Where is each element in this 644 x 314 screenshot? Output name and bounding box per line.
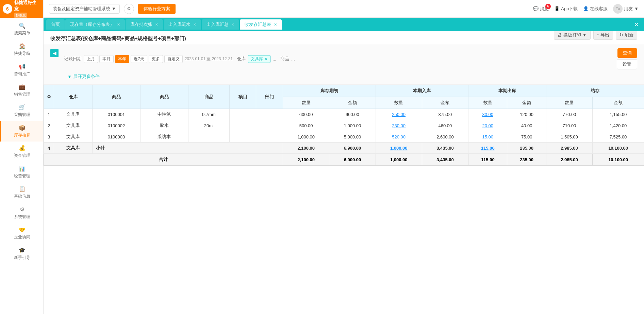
sidebar-item-inventory[interactable]: 📦库存核算 <box>0 121 43 142</box>
tab-inout-summary[interactable]: 出入库汇总✕ <box>202 19 239 30</box>
row-dept <box>256 120 283 131</box>
tab-label: 库存批次账 <box>130 21 152 28</box>
row-begin-amt: 900.00 <box>329 109 376 120</box>
row-in-qty[interactable]: 250.00 <box>376 109 422 120</box>
basic-info-icon: 📋 <box>19 186 26 192</box>
sidebar-item-operation[interactable]: 📊经营管理 <box>0 162 43 182</box>
row-dept <box>256 131 283 143</box>
row-in-qty[interactable]: 230.00 <box>376 120 422 131</box>
avatar: Ea <box>613 4 623 14</box>
tab-home[interactable]: 首页 <box>46 19 65 30</box>
table-row: 2 文具库 0100002 胶水 20ml 500.00 1,000.00 23… <box>44 120 644 131</box>
date-range: 2023-01-01 至 2023-12-31 <box>185 56 233 62</box>
sidebar-item-basic-info[interactable]: 📋基础信息 <box>0 182 43 203</box>
tab-batch[interactable]: 库存批次账✕ <box>126 19 163 30</box>
print-button[interactable]: 🖨 换版打印 ▼ <box>554 31 591 40</box>
settings-button[interactable]: ⚙ <box>124 4 134 14</box>
row-begin-amt: 1,000.00 <box>329 120 376 131</box>
app-download-button[interactable]: 📱 App下载 <box>554 6 578 12</box>
col-period-begin-header: 库存期初 <box>283 85 376 97</box>
subtotal-in-qty[interactable]: 1,000.00 <box>376 143 422 154</box>
sales-icon: 💼 <box>19 84 26 90</box>
table-header-row-1: ⚙ 仓库 商品 商品 商品 项目 部门 库存期初 本期入库 本期出库 结存 <box>44 85 644 97</box>
out-amt-header: 金额 <box>507 97 546 109</box>
filter-controls: 记账日期 上月本月本年近7天更多自定义 2023-01-01 至 2023-12… <box>64 48 637 81</box>
user-menu[interactable]: Ea 用友 ▼ <box>613 4 639 14</box>
tab-close-icon[interactable]: ✕ <box>193 22 196 27</box>
setting-button[interactable]: 设置 <box>617 59 637 69</box>
enterprise-icon: 🤝 <box>19 227 26 233</box>
total-label: 合计 <box>44 154 283 166</box>
chevron-down-icon: ▼ <box>582 32 587 37</box>
tab-close-icon[interactable]: ✕ <box>117 22 120 27</box>
col-settings-header: ⚙ <box>44 85 54 109</box>
row-out-amt: 40.00 <box>507 120 546 131</box>
tab-inout-flow[interactable]: 出入库流水✕ <box>164 19 201 30</box>
date-btn-自定义[interactable]: 自定义 <box>164 55 183 63</box>
sidebar-item-quick-nav[interactable]: 🏠快捷导航 <box>0 39 43 60</box>
date-btn-近7天[interactable]: 近7天 <box>131 55 147 63</box>
sidebar-item-newbie[interactable]: 🎓新手引导 <box>0 244 43 264</box>
message-button[interactable]: 💬 消息 6 <box>533 6 549 12</box>
marketing-icon: 📢 <box>19 63 26 70</box>
data-table: ⚙ 仓库 商品 商品 商品 项目 部门 库存期初 本期入库 本期出库 结存 数量 <box>44 85 644 166</box>
sidebar-item-sales[interactable]: 💼销售管理 <box>0 80 43 101</box>
tab-inventory-dist[interactable]: 现存量（库存分布表）✕ <box>65 19 125 30</box>
try-button[interactable]: 体验行业方案 <box>138 4 176 14</box>
sidebar-item-label: 资金管理 <box>14 153 30 159</box>
col-warehouse-header: 仓库 <box>54 85 93 109</box>
total-begin-amt: 6,900.00 <box>329 154 376 166</box>
system-selector[interactable]: 装备及固定资产辅助管理系统 ▼ <box>49 4 120 14</box>
table-row: 1 文具库 0100001 中性笔 0.7mm 600.00 900.00 25… <box>44 109 644 120</box>
sidebar-nav: 🔍搜索菜单🏠快捷导航📢营销推广💼销售管理🛒采购管理📦库存核算💰资金管理📊经营管理… <box>0 18 43 314</box>
row-out-qty[interactable]: 20.00 <box>468 120 507 131</box>
col-period-in-header: 本期入库 <box>376 85 468 97</box>
date-btn-本年[interactable]: 本年 <box>115 55 129 63</box>
row-bal-amt: 1,420.00 <box>593 120 644 131</box>
tab-close-icon[interactable]: ✕ <box>274 22 277 27</box>
warehouse-tag[interactable]: 文具库 ✕ <box>248 55 270 63</box>
row-out-qty[interactable]: 80.00 <box>468 109 507 120</box>
sidebar-item-purchase[interactable]: 🛒采购管理 <box>0 101 43 121</box>
row-begin-qty: 600.00 <box>283 109 329 120</box>
goods-more[interactable]: ... <box>291 56 295 62</box>
warehouse-tag-close[interactable]: ✕ <box>264 57 267 61</box>
top-header-right: 💬 消息 6 📱 App下载 👤 在线客服 Ea 用友 ▼ <box>533 4 639 14</box>
refresh-button[interactable]: ↻ 刷新 <box>616 31 637 40</box>
tab-recv-send[interactable]: 收发存汇总表✕ <box>240 19 282 30</box>
date-btn-本月[interactable]: 本月 <box>99 55 114 63</box>
export-button[interactable]: ↑ 导出 <box>593 31 613 40</box>
expand-conditions-button[interactable]: ▼ 展开更多条件 <box>64 72 637 81</box>
sidebar-item-finance[interactable]: 💰资金管理 <box>0 142 43 162</box>
date-filter-group: 记账日期 上月本月本年近7天更多自定义 2023-01-01 至 2023-12… <box>64 55 233 63</box>
begin-amt-header: 金额 <box>329 97 376 109</box>
sidebar-item-system[interactable]: ⚙系统管理 <box>0 203 43 223</box>
date-btn-上月[interactable]: 上月 <box>84 55 98 63</box>
date-btn-更多[interactable]: 更多 <box>149 55 163 63</box>
table-row: 3 文具库 0100003 采访本 1,000.00 5,000.00 520.… <box>44 131 644 143</box>
filter-toggle-button[interactable]: ◀ <box>50 49 59 57</box>
sidebar-item-enterprise[interactable]: 🤝企业协同 <box>0 223 43 244</box>
query-button[interactable]: 查询 <box>617 48 637 58</box>
col-period-out-header: 本期出库 <box>468 85 546 97</box>
online-service-button[interactable]: 👤 在线客服 <box>583 6 608 12</box>
tab-label: 出入库汇总 <box>207 21 229 28</box>
sidebar-item-marketing[interactable]: 📢营销推广 <box>0 60 43 80</box>
total-bal-qty: 2,985.00 <box>546 154 592 166</box>
tab-close-icon[interactable]: ✕ <box>155 22 158 27</box>
out-qty-header: 数量 <box>468 97 507 109</box>
col-balance-header: 结存 <box>546 85 644 97</box>
subtotal-out-qty[interactable]: 115.00 <box>468 143 507 154</box>
export-icon: ↑ <box>597 32 599 37</box>
row-in-qty[interactable]: 520.00 <box>376 131 422 143</box>
purchase-icon: 🛒 <box>19 104 26 111</box>
table-subtotal-row: 4 文具库 小计 2,100.00 6,900.00 1,000.00 3,43… <box>44 143 644 154</box>
tab-close-icon[interactable]: ✕ <box>231 22 234 27</box>
date-buttons: 上月本月本年近7天更多自定义 <box>84 55 183 63</box>
main-area: 装备及固定资产辅助管理系统 ▼ ⚙ 体验行业方案 💬 消息 6 📱 App下载 … <box>44 0 644 314</box>
row-out-qty[interactable]: 15.00 <box>468 131 507 143</box>
row-in-amt: 375.00 <box>422 109 468 120</box>
warehouse-more[interactable]: ... <box>273 56 276 62</box>
sidebar-item-search[interactable]: 🔍搜索菜单 <box>0 19 43 39</box>
tab-bar-close[interactable]: ✕ <box>631 20 641 29</box>
